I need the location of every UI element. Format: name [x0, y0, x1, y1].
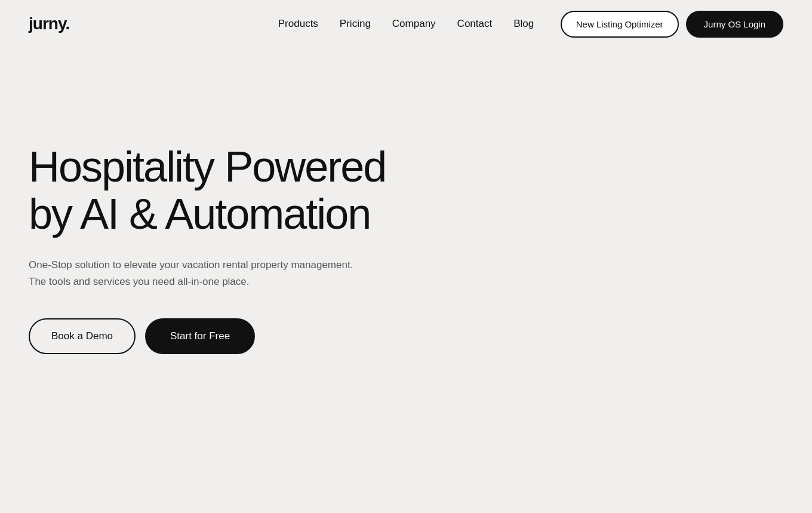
header: jurny. Products Pricing Company Contact …: [0, 0, 812, 48]
new-listing-button[interactable]: New Listing Optimizer: [561, 11, 679, 38]
nav-contact[interactable]: Contact: [457, 18, 493, 30]
hero-title: Hospitality Powered by AI & Automation: [29, 143, 411, 238]
hero-buttons: Book a Demo Start for Free: [29, 318, 783, 354]
nav-company[interactable]: Company: [392, 18, 436, 30]
nav-pricing[interactable]: Pricing: [340, 18, 371, 30]
hero-title-line2: by AI & Automation: [29, 190, 370, 238]
nav-blog[interactable]: Blog: [513, 18, 534, 30]
nav-products[interactable]: Products: [278, 18, 318, 30]
logo[interactable]: jurny.: [29, 14, 69, 33]
book-demo-button[interactable]: Book a Demo: [29, 318, 136, 354]
header-buttons: New Listing Optimizer Jurny OS Login: [561, 11, 783, 38]
hero-subtitle: One-Stop solution to elevate your vacati…: [29, 257, 363, 289]
start-free-button[interactable]: Start for Free: [145, 318, 255, 354]
login-button[interactable]: Jurny OS Login: [686, 11, 783, 38]
hero-section: Hospitality Powered by AI & Automation O…: [0, 48, 812, 354]
main-nav: Products Pricing Company Contact Blog: [278, 18, 534, 30]
hero-title-line1: Hospitality Powered: [29, 143, 386, 191]
